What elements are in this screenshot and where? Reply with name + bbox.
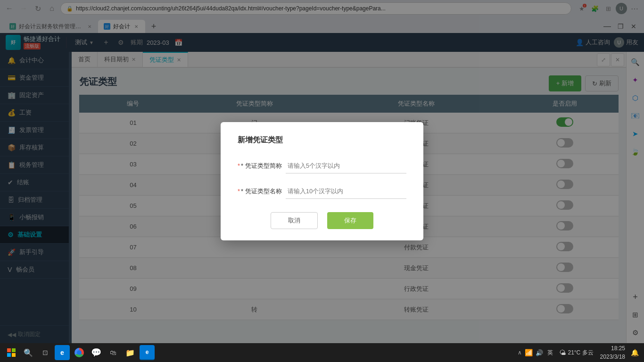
name-field-label: * 凭证类型名称 [241, 187, 282, 196]
taskbar-up-arrow[interactable]: ∧ [518, 349, 522, 356]
name-required-marker: * [238, 188, 240, 195]
modal-dialog: 新增凭证类型 * * 凭证类型简称 * * 凭证类型名称 取消 保存 [221, 122, 423, 240]
taskbar-wechat-icon[interactable]: 💬 [89, 345, 104, 360]
start-btn[interactable] [4, 345, 19, 360]
cancel-button[interactable]: 取消 [271, 212, 318, 229]
taskbar-sys-icons: ∧ 📶 🔊 英 [518, 349, 554, 357]
taskbar-store-icon[interactable]: 🛍 [106, 345, 121, 360]
svg-rect-3 [12, 353, 16, 357]
taskbar-weather-info[interactable]: 🌤 21°C 多云 [556, 349, 596, 357]
taskbar-folder-icon[interactable]: 📁 [123, 345, 138, 360]
taskbar-notification-btn[interactable]: 🔔 [629, 347, 640, 358]
modal-abbr-field: * * 凭证类型简称 [238, 158, 406, 173]
taskbar-datetime[interactable]: 18:25 2023/3/18 [598, 344, 627, 361]
taskbar-search-btn[interactable]: 🔍 [21, 345, 36, 360]
save-button[interactable]: 保存 [327, 212, 373, 229]
abbr-field-label: * 凭证类型简称 [241, 162, 282, 170]
taskbar-chrome-icon[interactable] [72, 345, 87, 360]
modal-name-field: * * 凭证类型名称 [238, 184, 406, 199]
taskbar-wifi-icon[interactable]: 📶 [525, 349, 533, 356]
taskbar-sound-icon[interactable]: 🔊 [536, 349, 543, 356]
taskbar-lang[interactable]: 英 [546, 349, 554, 357]
svg-rect-1 [12, 348, 16, 352]
svg-rect-2 [7, 353, 11, 357]
weather-icon: 🌤 [559, 349, 566, 356]
abbr-input[interactable] [286, 158, 406, 173]
abbr-required-marker: * [238, 162, 240, 169]
modal-title: 新增凭证类型 [238, 135, 406, 145]
svg-rect-0 [7, 348, 11, 352]
taskbar-time: 18:25 [600, 344, 625, 353]
modal-overlay: 新增凭证类型 * * 凭证类型简称 * * 凭证类型名称 取消 保存 [0, 0, 644, 362]
taskbar-date: 2023/3/18 [600, 353, 625, 361]
name-input[interactable] [286, 184, 406, 199]
modal-buttons: 取消 保存 [238, 212, 406, 229]
weather-text: 21°C 多云 [568, 349, 593, 357]
taskbar-taskview-btn[interactable]: ⊡ [38, 345, 53, 360]
taskbar: 🔍 ⊡ e 💬 🛍 📁 e ∧ 📶 🔊 英 🌤 21°C 多云 18:25 20… [0, 343, 644, 362]
taskbar-edge2-icon[interactable]: e [140, 345, 155, 360]
taskbar-edge-icon[interactable]: e [55, 345, 70, 360]
